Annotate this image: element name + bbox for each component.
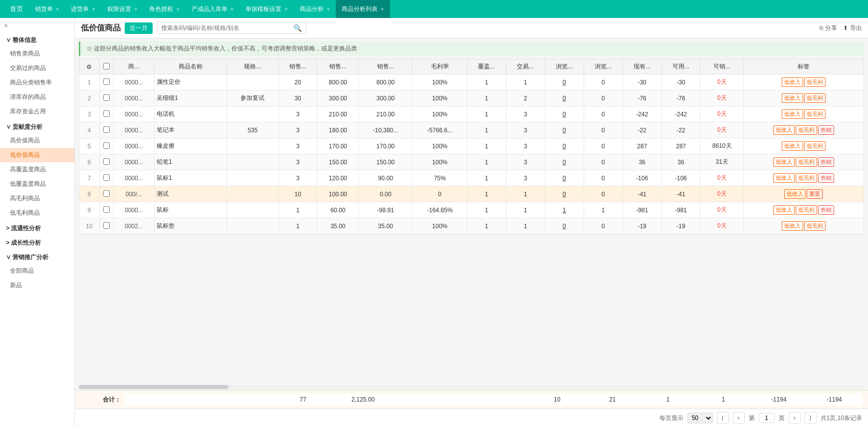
row-checkbox[interactable] bbox=[99, 154, 113, 170]
browse1-col-header[interactable]: 浏览... bbox=[545, 59, 584, 74]
browse-link[interactable]: 0 bbox=[563, 95, 566, 102]
row-browse1[interactable]: 0 bbox=[545, 170, 584, 186]
row-checkbox[interactable] bbox=[99, 74, 113, 90]
sidebar-item-high-margin[interactable]: 高毛利商品 bbox=[0, 191, 74, 206]
last-page-button[interactable]: ⟩ bbox=[805, 412, 817, 424]
browse-link[interactable]: 0 bbox=[563, 127, 566, 134]
days-col-header[interactable]: 可销... bbox=[700, 59, 743, 74]
row-select-checkbox[interactable] bbox=[103, 158, 110, 165]
select-all-col-header[interactable] bbox=[99, 59, 113, 74]
row-select-checkbox[interactable] bbox=[103, 174, 110, 181]
spec-col-header[interactable]: 规格... bbox=[227, 59, 278, 74]
browse-link[interactable]: 0 bbox=[563, 223, 566, 230]
row-checkbox[interactable] bbox=[99, 90, 113, 106]
settings-icon[interactable]: ⚙ bbox=[86, 63, 92, 70]
name-col-header[interactable]: 商品名称 bbox=[155, 59, 227, 74]
row-browse1[interactable]: 1 bbox=[545, 202, 584, 218]
sidebar-item-category-sales-rate[interactable]: 商品分类销售率 bbox=[0, 75, 74, 90]
next-page-button[interactable]: › bbox=[789, 412, 801, 424]
row-checkbox[interactable] bbox=[99, 122, 113, 138]
sidebar-group-marketing[interactable]: ∨ 营销推广分析 bbox=[0, 249, 74, 264]
nav-product-warehouse[interactable]: 产成品入库单 × bbox=[186, 0, 239, 18]
row-browse1[interactable]: 0 bbox=[545, 90, 584, 106]
row-checkbox[interactable] bbox=[99, 170, 113, 186]
sidebar-item-sales-products[interactable]: 销售类商品 bbox=[0, 46, 74, 61]
row-checkbox[interactable] bbox=[99, 202, 113, 218]
tags-col-header[interactable]: 标签 bbox=[743, 59, 864, 74]
browse-link[interactable]: 0 bbox=[563, 159, 566, 166]
sidebar-item-low-coverage[interactable]: 低覆盖度商品 bbox=[0, 177, 74, 191]
row-select-checkbox[interactable] bbox=[103, 142, 110, 149]
row-browse1[interactable]: 0 bbox=[545, 218, 584, 234]
row-browse1[interactable]: 0 bbox=[545, 154, 584, 170]
search-input[interactable] bbox=[161, 24, 293, 31]
row-browse1[interactable]: 0 bbox=[545, 186, 584, 202]
sidebar-group-contribution[interactable]: ∨ 贡献度分析 bbox=[0, 119, 74, 133]
search-icon[interactable]: 🔍 bbox=[293, 24, 302, 32]
browse-link[interactable]: 1 bbox=[563, 207, 566, 214]
nav-permission-settings[interactable]: 权限设置 × bbox=[101, 0, 143, 18]
row-select-checkbox[interactable] bbox=[103, 190, 110, 197]
sidebar-group-overall[interactable]: ∨ 整体信息 bbox=[0, 32, 74, 46]
sidebar-item-high-value[interactable]: 高价值商品 bbox=[0, 133, 74, 148]
browse-link[interactable]: 0 bbox=[563, 79, 566, 86]
select-all-checkbox[interactable] bbox=[103, 63, 110, 69]
row-select-checkbox[interactable] bbox=[103, 206, 110, 213]
row-select-checkbox[interactable] bbox=[103, 94, 110, 101]
qty-col-header[interactable]: 销售... bbox=[278, 59, 317, 74]
row-browse1[interactable]: 0 bbox=[545, 106, 584, 122]
footer-scroll[interactable] bbox=[79, 385, 864, 389]
export-button[interactable]: ⬆ 导出 bbox=[843, 24, 862, 32]
close-template[interactable]: × bbox=[284, 6, 287, 12]
row-select-checkbox[interactable] bbox=[103, 78, 110, 85]
nav-purchase-order[interactable]: 进货单 × bbox=[65, 0, 101, 18]
close-sales-order[interactable]: × bbox=[56, 6, 59, 12]
browse-link[interactable]: 0 bbox=[563, 191, 566, 198]
row-checkbox[interactable] bbox=[99, 218, 113, 234]
amount-col-header[interactable]: 销售... bbox=[317, 59, 359, 74]
nav-template-settings[interactable]: 单据模板设置 × bbox=[239, 0, 293, 18]
sidebar-item-inventory-capital[interactable]: 库存资金占用 bbox=[0, 104, 74, 119]
margin-col-header[interactable]: 毛利率 bbox=[413, 59, 467, 74]
page-size-select[interactable]: 50 100 bbox=[687, 413, 713, 424]
share-button[interactable]: ⎗ 分享 bbox=[820, 24, 837, 32]
row-browse1[interactable]: 0 bbox=[545, 74, 584, 90]
close-product-warehouse[interactable]: × bbox=[230, 6, 233, 12]
row-checkbox[interactable] bbox=[99, 106, 113, 122]
sidebar-item-all-products[interactable]: 全部商品 bbox=[0, 264, 74, 278]
sidebar-item-slow-inventory[interactable]: 滞库存的商品 bbox=[0, 90, 74, 104]
cost-col-header[interactable]: 销售... bbox=[359, 59, 413, 74]
row-select-checkbox[interactable] bbox=[103, 110, 110, 117]
stock-col-header[interactable]: 现有... bbox=[623, 59, 661, 74]
browse-link[interactable]: 0 bbox=[563, 143, 566, 150]
nav-role-auth[interactable]: 角色授权 × bbox=[143, 0, 185, 18]
settings-col-header[interactable]: ⚙ bbox=[79, 59, 100, 74]
sidebar-item-high-coverage[interactable]: 高覆盖度商品 bbox=[0, 162, 74, 177]
sidebar-item-traded-products[interactable]: 交易过的商品 bbox=[0, 61, 74, 75]
sidebar-collapse-btn[interactable]: « bbox=[2, 21, 10, 29]
nav-home[interactable]: 首页 bbox=[4, 0, 29, 18]
row-select-checkbox[interactable] bbox=[103, 126, 110, 133]
prev-page-button[interactable]: ‹ bbox=[733, 412, 745, 424]
row-browse1[interactable]: 0 bbox=[545, 122, 584, 138]
browse-link[interactable]: 0 bbox=[563, 111, 566, 118]
first-page-button[interactable]: ⟨ bbox=[717, 412, 729, 424]
sidebar-item-new-products[interactable]: 新品 bbox=[0, 278, 74, 293]
nav-product-analysis[interactable]: 商品分析 × bbox=[294, 0, 336, 18]
sidebar-item-low-value[interactable]: 低价值商品 bbox=[0, 148, 74, 162]
close-product-analysis-list[interactable]: × bbox=[381, 6, 384, 12]
coverage-col-header[interactable]: 覆盖... bbox=[467, 59, 506, 74]
row-select-checkbox[interactable] bbox=[103, 222, 110, 229]
browse-link[interactable]: 0 bbox=[563, 175, 566, 182]
avail-col-header[interactable]: 可用... bbox=[661, 59, 700, 74]
nav-sales-order[interactable]: 销货单 × bbox=[29, 0, 65, 18]
page-number-input[interactable] bbox=[759, 413, 775, 423]
row-browse1[interactable]: 0 bbox=[545, 138, 584, 154]
nav-product-analysis-list[interactable]: 商品分析列表 × bbox=[336, 0, 390, 18]
close-permission[interactable]: × bbox=[134, 6, 137, 12]
code-col-header[interactable]: 商... bbox=[113, 59, 155, 74]
close-product-analysis[interactable]: × bbox=[327, 6, 330, 12]
trade-col-header[interactable]: 交易... bbox=[506, 59, 545, 74]
date-filter-button[interactable]: 近一月 bbox=[125, 22, 153, 34]
close-purchase-order[interactable]: × bbox=[92, 6, 95, 12]
